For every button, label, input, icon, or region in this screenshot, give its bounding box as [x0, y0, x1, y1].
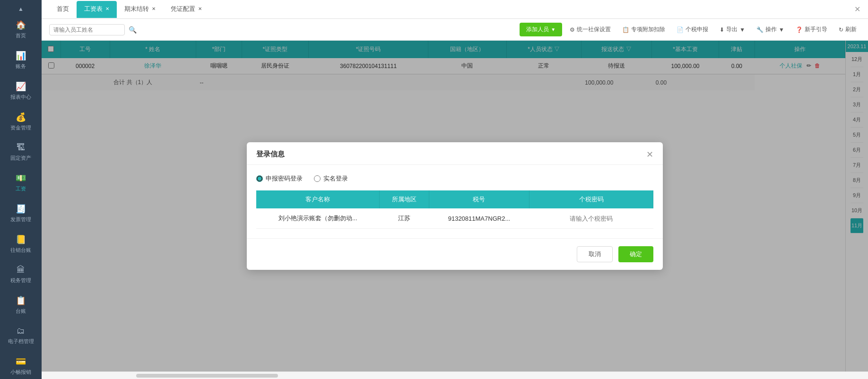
- cancel-button[interactable]: 取消: [577, 246, 613, 262]
- tab-salary-label: 工资表: [84, 5, 103, 13]
- dialog-col-client-name: 客户名称: [256, 190, 379, 208]
- dialog-close-button[interactable]: ✕: [646, 150, 653, 159]
- tab-salary-close[interactable]: ✕: [105, 6, 109, 11]
- tab-period-close[interactable]: 期末结转 ✕: [117, 1, 163, 18]
- dialog-col-tax-pwd: 个税密码: [529, 190, 653, 208]
- dialog-row-tax-pwd[interactable]: [529, 208, 653, 229]
- dialog-table: 客户名称 所属地区 税号 个税密码 刘小艳演示账套（勿删勿动... 江苏: [256, 190, 653, 229]
- login-type-radio-group: 申报密码登录 实名登录: [256, 174, 653, 183]
- tax-report-label: 个税申报: [686, 26, 708, 34]
- home-icon: 🏠: [16, 20, 26, 30]
- funds-icon: 💰: [16, 112, 26, 122]
- radio-realname-input[interactable]: [314, 175, 321, 182]
- dialog-row-client-name: 刘小艳演示账套（勿删勿动...: [256, 208, 379, 229]
- dialog-footer: 取消 确定: [247, 238, 663, 270]
- tab-bar: 首页 工资表 ✕ 期末结转 ✕ 凭证配置 ✕ ✕: [42, 0, 868, 19]
- toolbar-guide[interactable]: ❓ 新手引导: [792, 24, 831, 35]
- dialog-table-row: 刘小艳演示账套（勿删勿动... 江苏 91320811MA7NGR2...: [256, 208, 653, 229]
- toolbar-social-security[interactable]: ⚙ 统一社保设置: [566, 24, 615, 35]
- sidebar-item-funds[interactable]: 💰 资金管理: [0, 106, 42, 137]
- archive-icon: 🗂: [17, 326, 25, 336]
- search-input[interactable]: [49, 24, 125, 35]
- sidebar-item-invoice[interactable]: 🧾 发票管理: [0, 198, 42, 229]
- sidebar-scroll-up[interactable]: ▲: [16, 4, 26, 14]
- accounts-icon: 📊: [16, 51, 26, 61]
- search-button[interactable]: 🔍: [129, 26, 137, 34]
- refresh-icon: ↻: [839, 26, 843, 33]
- sidebar-item-salary[interactable]: 💵 工资: [0, 167, 42, 198]
- sidebar-item-ledger[interactable]: 📒 往销台账: [0, 229, 42, 259]
- scroll-thumb[interactable]: [136, 374, 278, 378]
- guide-btn-icon: ❓: [796, 26, 803, 33]
- dialog-col-region: 所属地区: [379, 190, 429, 208]
- guide-btn-label: 新手引导: [805, 26, 827, 34]
- dialog-title: 登录信息: [256, 150, 285, 159]
- assets-icon: 🏗: [17, 143, 25, 153]
- tab-voucher-config-close[interactable]: ✕: [198, 6, 202, 11]
- dialog-body: 申报密码登录 实名登录 客户名称 所属地区: [247, 165, 663, 238]
- special-deduction-icon: 📋: [622, 26, 629, 33]
- radio-realname-label: 实名登录: [323, 174, 348, 183]
- sidebar-item-assets[interactable]: 🏗 固定资产: [0, 137, 42, 167]
- tax-password-input[interactable]: [535, 215, 648, 222]
- export-label: 导出: [726, 26, 738, 34]
- add-employee-label: 添加人员: [526, 26, 549, 34]
- toolbar-special-deduction[interactable]: 📋 专项附加扣除: [618, 24, 669, 35]
- toolbar-operation[interactable]: 🔧 操作 ▼: [753, 24, 788, 35]
- book-icon: 📋: [16, 295, 26, 306]
- toolbar-export[interactable]: ⬇ 导出 ▼: [716, 24, 749, 35]
- tab-home[interactable]: 首页: [49, 1, 77, 18]
- sidebar-item-archive[interactable]: 🗂 电子档管理: [0, 320, 42, 351]
- dialog-overlay: 登录信息 ✕ 申报密码登录 实名登录: [42, 41, 868, 371]
- radio-password-login[interactable]: 申报密码登录: [256, 174, 303, 183]
- tab-home-label: 首页: [57, 5, 69, 13]
- add-employee-button[interactable]: 添加人员 ▼: [520, 23, 562, 36]
- sidebar-item-label: 工资: [16, 185, 26, 192]
- dialog-row-tax-id: 91320811MA7NGR2...: [429, 208, 529, 229]
- tab-voucher-config-label: 凭证配置: [171, 5, 195, 13]
- sidebar-item-label: 电子档管理: [8, 338, 34, 345]
- special-deduction-label: 专项附加扣除: [631, 26, 665, 34]
- ledger-icon: 📒: [16, 234, 26, 245]
- invoice-icon: 🧾: [16, 204, 26, 214]
- dialog-col-tax-id: 税号: [429, 190, 529, 208]
- tab-period-close-icon[interactable]: ✕: [152, 6, 156, 11]
- operation-dropdown-arrow: ▼: [779, 26, 784, 33]
- topbar-close[interactable]: ✕: [854, 5, 860, 14]
- social-security-label: 统一社保设置: [577, 26, 611, 34]
- sidebar-item-label: 小畅报销: [10, 369, 31, 376]
- sidebar-item-book[interactable]: 📋 台账: [0, 290, 42, 320]
- sidebar-item-tax[interactable]: 🏛 税务管理: [0, 259, 42, 290]
- sidebar-item-expense[interactable]: 💳 小畅报销: [0, 351, 42, 379]
- reports-icon: 📈: [16, 81, 26, 92]
- toolbar-tax-report[interactable]: 📄 个税申报: [673, 24, 712, 35]
- login-dialog: 登录信息 ✕ 申报密码登录 实名登录: [247, 142, 663, 270]
- scroll-bar-area: [42, 371, 868, 379]
- toolbar-refresh[interactable]: ↻ 刷新: [835, 24, 860, 35]
- tab-period-close-label: 期末结转: [124, 5, 149, 13]
- sidebar-item-home[interactable]: 🏠 首页: [0, 14, 42, 45]
- confirm-button[interactable]: 确定: [618, 246, 653, 262]
- sidebar-item-label: 发票管理: [10, 216, 31, 223]
- sidebar-item-label: 税务管理: [10, 277, 31, 284]
- sidebar-item-label: 报表中心: [10, 94, 31, 101]
- sidebar: ▲ 🏠 首页 📊 账务 📈 报表中心 💰 资金管理 🏗 固定资产 💵 工资 🧾 …: [0, 0, 42, 379]
- dialog-header: 登录信息 ✕: [247, 142, 663, 165]
- sidebar-item-reports[interactable]: 📈 报表中心: [0, 76, 42, 106]
- tab-voucher-config[interactable]: 凭证配置 ✕: [163, 1, 209, 18]
- radio-realname-login[interactable]: 实名登录: [314, 174, 348, 183]
- export-icon: ⬇: [720, 26, 724, 33]
- radio-password-input[interactable]: [256, 175, 263, 182]
- tab-salary[interactable]: 工资表 ✕: [77, 1, 117, 18]
- add-dropdown-arrow: ▼: [551, 27, 556, 32]
- sidebar-item-label: 往销台账: [10, 247, 31, 254]
- salary-icon: 💵: [16, 173, 26, 183]
- operation-label: 操作: [765, 26, 777, 34]
- sidebar-item-accounts[interactable]: 📊 账务: [0, 45, 42, 76]
- app-container: ▲ 🏠 首页 📊 账务 📈 报表中心 💰 资金管理 🏗 固定资产 💵 工资 🧾 …: [0, 0, 868, 379]
- tax-icon: 🏛: [17, 265, 25, 275]
- operation-icon: 🔧: [756, 26, 764, 33]
- sidebar-item-label: 台账: [16, 308, 26, 315]
- toolbar: 🔍 添加人员 ▼ ⚙ 统一社保设置 📋 专项附加扣除 📄 个税申报 ⬇ 导出: [42, 19, 868, 41]
- social-security-icon: ⚙: [570, 26, 575, 33]
